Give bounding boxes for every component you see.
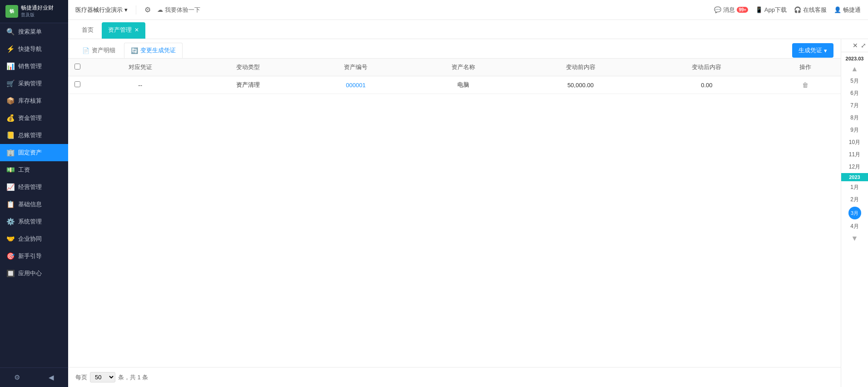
sidebar-item-search[interactable]: 🔍 搜索菜单 — [0, 23, 68, 40]
sidebar-item-collab[interactable]: 🤝 企业协同 — [0, 230, 68, 248]
pagination-bar: 每页 50 10 20 100 条，共 1 条 — [68, 367, 841, 387]
panel-month-item[interactable]: 8月 — [841, 112, 868, 124]
message-badge: 99+ — [737, 7, 748, 13]
logo-icon: 畅 — [5, 5, 18, 18]
row-voucher-0: -- — [86, 76, 194, 94]
sidebar-item-purchase[interactable]: 🛒 采购管理 — [0, 75, 68, 92]
sidebar-label-apps: 应用中心 — [18, 269, 42, 278]
sidebar-item-apps[interactable]: 🔲 应用中心 — [0, 265, 68, 282]
sidebar-label-fixed-assets: 固定资产 — [18, 149, 42, 157]
sub-tab-asset-list-label: 资产明细 — [92, 46, 115, 55]
logo-title: 畅捷通好业财 — [21, 5, 54, 12]
list-icon: 📄 — [82, 47, 89, 54]
sidebar-icon-ledger: 📒 — [6, 131, 15, 139]
customer-service-btn[interactable]: 🎧 在线客服 — [794, 6, 827, 14]
sidebar-item-guide[interactable]: 🎯 新手引导 — [0, 248, 68, 265]
dropdown-arrow-icon: ▾ — [824, 47, 827, 54]
sidebar-item-funds[interactable]: 💰 资金管理 — [0, 109, 68, 127]
sub-tab-change-voucher[interactable]: 🔄 变更生成凭证 — [124, 43, 183, 58]
sidebar-label-operations: 经营管理 — [18, 183, 42, 191]
table-header: 对应凭证 变动类型 资产编号 资产名称 变动前内容 变动后内容 操作 — [68, 59, 841, 76]
tab-asset-label: 资产管理 — [108, 26, 132, 34]
sidebar-nav: 🔍 搜索菜单 ⚡ 快捷导航 📊 销售管理 🛒 采购管理 📦 库存核算 💰 资金管… — [0, 23, 68, 367]
sidebar-label-funds: 资金管理 — [18, 114, 42, 122]
customer-service-label: 在线客服 — [803, 6, 827, 14]
sidebar-item-quick-nav[interactable]: ⚡ 快捷导航 — [0, 40, 68, 58]
sidebar-icon-guide: 🎯 — [6, 252, 15, 260]
sidebar-item-sales[interactable]: 📊 销售管理 — [0, 58, 68, 75]
sidebar-settings-btn[interactable]: ⚙ — [10, 372, 24, 383]
sub-tab-asset-list[interactable]: 📄 资产明细 — [75, 43, 122, 58]
panel-month-item[interactable]: 1月 — [841, 181, 868, 194]
row-change-type-0: 资产清理 — [194, 76, 302, 94]
tabbar: 首页 资产管理 ✕ — [68, 20, 868, 39]
per-page-select[interactable]: 50 10 20 100 — [90, 372, 115, 382]
generate-voucher-btn[interactable]: 生成凭证 ▾ — [792, 43, 833, 58]
total-count-label: 条，共 1 条 — [118, 373, 148, 382]
row-before-change-0: 50,000.00 — [517, 76, 644, 94]
panel-month-item[interactable]: 3月 — [848, 207, 861, 219]
user-menu[interactable]: 👤 畅捷通 — [834, 6, 861, 14]
phone-icon: 📱 — [755, 6, 763, 13]
topbar-settings-icon[interactable]: ⚙ — [144, 5, 151, 14]
panel-year-divider: 2023 — [841, 173, 868, 181]
sidebar-logo: 畅 畅捷通好业财 普及版 — [0, 0, 68, 23]
sidebar-label-basics: 基础信息 — [18, 200, 42, 208]
sidebar-item-ledger[interactable]: 📒 总账管理 — [0, 127, 68, 144]
message-label: 消息 — [723, 6, 735, 14]
company-name: 医疗器械行业演示 — [75, 6, 123, 14]
panel-month-item[interactable]: 10月 — [841, 136, 868, 149]
sidebar-icon-apps: 🔲 — [6, 269, 15, 278]
sidebar-label-system: 系统管理 — [18, 218, 42, 226]
cloud-icon: ☁ — [157, 6, 163, 13]
table-row: -- 资产清理 000001 电脑 50,000.00 0.00 🗑 — [68, 76, 841, 94]
sidebar-label-purchase: 采购管理 — [18, 79, 42, 88]
sidebar-icon-inventory: 📦 — [6, 97, 15, 105]
panel-month-item[interactable]: 9月 — [841, 124, 868, 136]
panel-month-item[interactable]: 11月 — [841, 149, 868, 161]
tab-asset-management[interactable]: 资产管理 ✕ — [102, 22, 145, 39]
header-operation: 操作 — [770, 59, 841, 76]
sidebar-collapse-btn[interactable]: ◀ — [45, 372, 58, 383]
panel-month-item[interactable]: 6月 — [841, 87, 868, 99]
feedback-label: 我要体验一下 — [165, 6, 200, 14]
sidebar-icon-collab: 🤝 — [6, 235, 15, 243]
delete-row-btn[interactable]: 🗑 — [802, 81, 808, 89]
select-all-checkbox[interactable] — [74, 64, 80, 69]
feedback-btn[interactable]: ☁ 我要体验一下 — [157, 6, 200, 14]
sidebar-item-basics[interactable]: 📋 基础信息 — [0, 196, 68, 213]
logo-subtitle: 普及版 — [21, 12, 54, 18]
topbar-divider — [136, 5, 136, 15]
row-after-change-0: 0.00 — [644, 76, 770, 94]
app-download-btn[interactable]: 📱 App下载 — [755, 6, 787, 14]
panel-scroll-down[interactable]: ▼ — [851, 233, 858, 244]
headset-icon: 🎧 — [794, 6, 801, 13]
panel-month-item[interactable]: 4月 — [841, 220, 868, 233]
row-checkbox-0[interactable] — [74, 81, 80, 87]
sidebar-icon-salary: 💵 — [6, 166, 15, 174]
company-selector[interactable]: 医疗器械行业演示 ▾ — [75, 6, 128, 14]
topbar: 医疗器械行业演示 ▾ ⚙ ☁ 我要体验一下 💬 消息 99+ 📱 App下载 🎧… — [68, 0, 868, 20]
sidebar-item-operations[interactable]: 📈 经营管理 — [0, 179, 68, 196]
tab-close-icon[interactable]: ✕ — [134, 27, 139, 33]
header-asset-name: 资产名称 — [410, 59, 517, 76]
panel-month-item[interactable]: 2月 — [841, 194, 868, 206]
sidebar-icon-quick-nav: ⚡ — [6, 45, 15, 53]
tab-home[interactable]: 首页 — [75, 22, 100, 39]
sidebar-item-system[interactable]: ⚙️ 系统管理 — [0, 213, 68, 230]
panel-scroll-up[interactable]: ▲ — [851, 63, 858, 75]
sidebar-item-inventory[interactable]: 📦 库存核算 — [0, 92, 68, 109]
sidebar-icon-fixed-assets: 🏢 — [6, 149, 15, 157]
sidebar-item-fixed-assets[interactable]: 🏢 固定资产 — [0, 144, 68, 161]
panel-month-item[interactable]: 12月 — [841, 161, 868, 173]
content-area: 📄 资产明细 🔄 变更生成凭证 生成凭证 ▾ — [68, 39, 841, 387]
sidebar-label-salary: 工资 — [18, 166, 30, 174]
sidebar-icon-system: ⚙️ — [6, 218, 15, 226]
message-btn[interactable]: 💬 消息 99+ — [714, 6, 748, 14]
row-asset-name-0: 电脑 — [410, 76, 517, 94]
close-panel-icon[interactable]: ✕ — [853, 42, 858, 49]
panel-month-item[interactable]: 7月 — [841, 99, 868, 112]
panel-month-item[interactable]: 5月 — [841, 75, 868, 87]
expand-panel-icon[interactable]: ⤢ — [861, 42, 866, 49]
sidebar-item-salary[interactable]: 💵 工资 — [0, 161, 68, 179]
